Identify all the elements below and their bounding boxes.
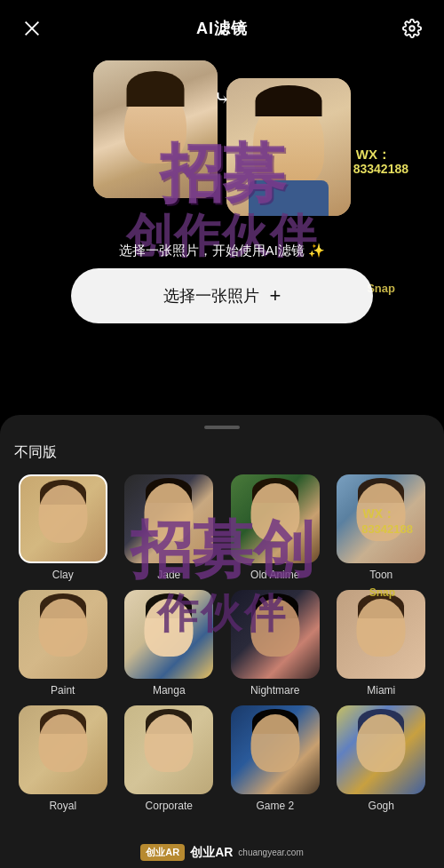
original-photo-frame: [93, 60, 218, 198]
svg-point-2: [409, 26, 415, 31]
logo-badge: 创业AR: [140, 844, 185, 861]
close-button[interactable]: [18, 14, 46, 43]
filter-thumb-jade: [124, 474, 213, 563]
face-oval-royal: [38, 714, 87, 772]
result-photo-frame: [226, 78, 351, 216]
logo-site-name: 创业AR: [190, 845, 233, 861]
face-oval-corporate: [145, 714, 194, 772]
filter-thumb-game: [231, 705, 320, 794]
filter-label-corporate: Corporate: [146, 800, 193, 812]
filter-thumb-corporate: [124, 705, 213, 794]
filter-item-clay[interactable]: Clay: [14, 474, 112, 581]
filter-item-game[interactable]: Game 2: [226, 705, 324, 812]
face-oval-miami: [357, 599, 406, 657]
watermark-wx-number-2: 83342188: [361, 522, 413, 536]
filter-label-royal: Royal: [49, 800, 76, 812]
bottom-sheet: 不同版 Clay Jade Old Anime: [0, 415, 444, 868]
filter-label-paint: Paint: [51, 684, 75, 697]
face-oval-gogh: [357, 714, 406, 772]
filter-label-oldanime: Old Anime: [250, 569, 299, 581]
filter-item-manga[interactable]: Manga: [121, 590, 218, 697]
filter-label-jade: Jade: [157, 569, 180, 581]
filter-thumb-gogh: [337, 705, 425, 794]
face-oval-game: [250, 714, 299, 772]
filter-thumb-royal: [19, 705, 107, 794]
filter-item-royal[interactable]: Royal: [14, 705, 112, 812]
filter-thumb-manga: [124, 590, 213, 679]
filter-item-jade[interactable]: Jade: [121, 474, 218, 581]
select-photo-button[interactable]: 选择一张照片 +: [71, 268, 373, 323]
sheet-handle: [204, 426, 240, 429]
filter-thumb-paint: [19, 590, 107, 679]
instruction-text: 选择一张照片，开始使用AI滤镜 ✨: [18, 243, 426, 259]
filter-item-oldanime[interactable]: Old Anime: [226, 474, 324, 581]
plus-icon: +: [270, 284, 281, 307]
section-label: 不同版: [14, 443, 430, 462]
filter-label-toon: Toon: [369, 569, 392, 581]
filter-item-paint[interactable]: Paint: [14, 590, 112, 697]
arrow-icon: ⤷: [214, 87, 230, 110]
face-oval-clay: [38, 485, 87, 543]
face-oval-nightmare: [250, 599, 299, 657]
filter-item-nightmare[interactable]: Nightmare: [226, 590, 324, 697]
filter-thumb-clay: [19, 474, 107, 563]
settings-button[interactable]: [398, 14, 426, 43]
face-oval-oldanime: [250, 483, 299, 541]
face-oval-jade: [145, 483, 194, 541]
filter-item-gogh[interactable]: Gogh: [333, 705, 431, 812]
top-section: AI滤镜 ⤷ 招募 创作伙伴 WX： 83342188 Snap 选择一张照片，…: [0, 0, 444, 426]
filter-thumb-oldanime: [231, 474, 320, 563]
filter-label-clay: Clay: [52, 569, 74, 581]
cartoon-clothing: [249, 180, 329, 216]
logo-domain: chuangyear.com: [238, 848, 303, 857]
filter-label-nightmare: Nightmare: [250, 684, 299, 697]
filter-label-gogh: Gogh: [369, 800, 394, 812]
filter-label-manga: Manga: [153, 684, 186, 697]
filter-thumb-miami: [337, 590, 425, 679]
watermark-wx-label-2: WX：: [362, 506, 395, 522]
filter-label-miami: Miami: [367, 684, 395, 697]
app-title: AI滤镜: [196, 18, 248, 39]
app-header: AI滤镜: [18, 14, 426, 43]
photo-preview-area: ⤷: [18, 60, 426, 216]
original-portrait: [93, 60, 218, 198]
cartoon-portrait: [226, 78, 351, 216]
filter-thumb-nightmare: [231, 590, 320, 679]
watermark-wx-number: 83342188: [353, 162, 408, 176]
face-oval-manga: [145, 599, 194, 657]
face-oval-paint: [38, 599, 87, 657]
select-photo-label: 选择一张照片: [163, 285, 259, 307]
bottom-logo-bar: 创业AR 创业AR chuangyear.com: [0, 844, 444, 861]
watermark-snap-2: Snap: [369, 586, 395, 599]
filter-item-miami[interactable]: Miami: [333, 590, 431, 697]
filter-item-corporate[interactable]: Corporate: [121, 705, 218, 812]
filter-label-game: Game 2: [256, 800, 294, 812]
